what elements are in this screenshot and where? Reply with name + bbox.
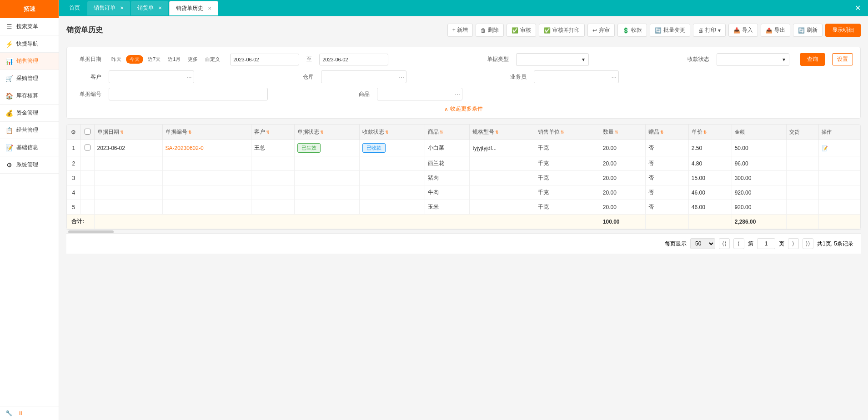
tab-sales-goods-close[interactable]: ✕ (158, 5, 162, 10)
goods-sort-icon[interactable]: ⇅ (440, 130, 443, 135)
date-to-input[interactable] (319, 54, 388, 65)
pause-icon[interactable]: ⏸ (18, 410, 23, 416)
sidebar-item-inventory[interactable]: 🏠 库存核算 (0, 87, 59, 105)
abandon-button[interactable]: ↩ 弃审 (587, 24, 615, 37)
new-button[interactable]: + 新增 (447, 24, 473, 37)
warehouse-input[interactable] (321, 71, 397, 83)
tabbar-close-btn[interactable]: ✕ (851, 4, 864, 12)
cell-doc-status (295, 156, 360, 171)
print-button[interactable]: 🖨 打印 ▾ (693, 24, 726, 37)
doc-no-sort-icon[interactable]: ⇅ (188, 130, 192, 135)
cell-pay-status (360, 156, 425, 171)
cell-checkbox[interactable] (80, 156, 94, 171)
action-link[interactable]: ⋯ (830, 145, 835, 151)
export-button[interactable]: 📤 导出 (761, 24, 790, 37)
tab-home-label: 首页 (69, 4, 80, 12)
cell-doc-no[interactable] (162, 200, 251, 215)
date-from-input[interactable] (230, 54, 299, 65)
next-page-btn[interactable]: ⟩ (788, 238, 799, 249)
sidebar-item-sales[interactable]: 📊 销售管理 (0, 53, 59, 70)
settings-button[interactable]: 设置 (832, 53, 853, 65)
sidebar-item-operation[interactable]: 📋 经营管理 (0, 122, 59, 139)
cell-doc-no[interactable] (162, 171, 251, 185)
query-button[interactable]: 查询 (800, 53, 825, 66)
tab-home[interactable]: 首页 (63, 1, 86, 15)
cell-doc-no[interactable] (162, 156, 251, 171)
delete-button[interactable]: 🗑 删除 (476, 24, 504, 37)
tab-sales-order-close[interactable]: ✕ (120, 5, 124, 10)
per-page-select[interactable]: 50 100 200 (690, 238, 715, 249)
tab-sales-history-close[interactable]: ✕ (208, 6, 211, 11)
doc-type-select[interactable]: ▾ (516, 53, 589, 66)
audit-button[interactable]: ✅ 审核 (507, 24, 536, 37)
cell-doc-no[interactable]: SA-20230602-0 (162, 140, 251, 156)
goods-dots-btn[interactable]: ··· (453, 90, 462, 98)
scroll-thumb[interactable] (68, 230, 114, 233)
doc-date-sort-icon[interactable]: ⇅ (120, 130, 124, 135)
date-yesterday-btn[interactable]: 昨天 (109, 55, 124, 64)
collapse-btn[interactable]: ∧ 收起更多条件 (74, 105, 853, 113)
page-input[interactable] (757, 238, 775, 249)
sidebar-item-finance[interactable]: 💰 资金管理 (0, 105, 59, 122)
tab-sales-order[interactable]: 销售订单 ✕ (87, 1, 130, 15)
print-icon: 🖨 (698, 27, 703, 34)
pay-status-sort-icon[interactable]: ⇅ (385, 130, 389, 135)
batch-change-button[interactable]: 🔄 批量变更 (650, 24, 690, 37)
cell-doc-no[interactable] (162, 185, 251, 200)
table-settings-icon[interactable]: ⚙ (71, 129, 76, 135)
cell-customer (251, 185, 295, 200)
th-pay-status: 收款状态⇅ (360, 125, 425, 140)
first-page-btn[interactable]: ⟨⟨ (719, 238, 730, 249)
last-page-btn[interactable]: ⟩⟩ (803, 238, 813, 249)
cell-unit: 千克 (535, 171, 600, 185)
customer-input[interactable] (109, 71, 185, 83)
receive-button[interactable]: 💲 收款 (617, 24, 647, 37)
warehouse-dots-btn[interactable]: ··· (397, 73, 406, 80)
operation-icon: 📋 (5, 127, 13, 134)
date-today-btn[interactable]: 今天 (126, 55, 143, 64)
spec-sort-icon[interactable]: ⇅ (495, 130, 499, 135)
action-link[interactable]: 📝 (822, 145, 828, 151)
cell-checkbox[interactable] (80, 171, 94, 185)
settings-bottom-icon[interactable]: 🔧 (5, 410, 12, 416)
qty-sort-icon[interactable]: ⇅ (615, 130, 618, 135)
cell-checkbox[interactable] (80, 185, 94, 200)
salesperson-dots-btn[interactable]: ··· (610, 73, 619, 80)
salesperson-input[interactable] (534, 71, 610, 83)
date-1month-btn[interactable]: 近1月 (165, 55, 183, 64)
date-more-btn[interactable]: 更多 (185, 55, 201, 64)
cell-checkbox[interactable] (80, 140, 94, 156)
audit-print-button[interactable]: ✅ 审核并打印 (539, 24, 585, 37)
horizontal-scrollbar[interactable] (66, 230, 861, 233)
show-detail-button[interactable]: 显示明细 (825, 24, 861, 37)
sidebar-item-basic-info[interactable]: 📝 基础信息 (0, 139, 59, 156)
date-custom-btn[interactable]: 自定义 (202, 55, 223, 64)
date-7days-btn[interactable]: 近7天 (145, 55, 163, 64)
receipt-status-select[interactable]: ▾ (717, 53, 789, 66)
tab-sales-history[interactable]: 销货单历史 ✕ (169, 1, 218, 15)
sidebar-item-purchase[interactable]: 🛒 采购管理 (0, 70, 59, 87)
prev-page-btn[interactable]: ⟨ (733, 238, 744, 249)
audit-icon: ✅ (512, 27, 518, 34)
doc-no-input[interactable] (109, 88, 268, 100)
select-all-checkbox[interactable] (85, 129, 90, 135)
customer-sort-icon[interactable]: ⇅ (266, 130, 270, 135)
th-settings[interactable]: ⚙ (67, 125, 80, 140)
cell-trade (787, 171, 819, 185)
sidebar-bottom: 🔧 ⏸ (0, 406, 59, 420)
refresh-button[interactable]: 🔄 刷新 (793, 24, 823, 37)
cell-unit: 千克 (535, 185, 600, 200)
customer-dots-btn[interactable]: ··· (185, 73, 194, 80)
goods-input[interactable] (377, 88, 453, 100)
cell-checkbox[interactable] (80, 200, 94, 215)
basic-info-icon: 📝 (5, 144, 13, 151)
tab-sales-goods[interactable]: 销货单 ✕ (131, 1, 168, 15)
sidebar-item-quick-nav[interactable]: ⚡ 快捷导航 (0, 35, 59, 53)
price-sort-icon[interactable]: ⇅ (703, 130, 707, 135)
import-button[interactable]: 📥 导入 (728, 24, 758, 37)
doc-status-sort-icon[interactable]: ⇅ (320, 130, 324, 135)
gift-sort-icon[interactable]: ⇅ (660, 130, 664, 135)
unit-sort-icon[interactable]: ⇅ (561, 130, 564, 135)
sidebar-item-search-menu[interactable]: ☰ 搜索菜单 (0, 18, 59, 35)
sidebar-item-system[interactable]: ⚙ 系统管理 (0, 156, 59, 174)
